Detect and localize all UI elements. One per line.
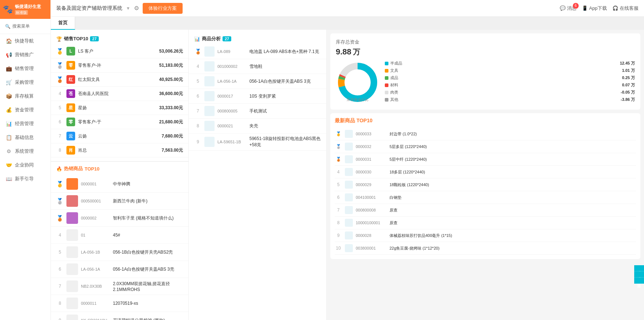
tab-home[interactable]: 首页 <box>51 17 75 30</box>
product-analysis-item: 9 LA-59651-1B 59651-1B旋转投影灯电池盒ABS黑色+58克 <box>189 134 326 151</box>
chart-icon: 📊 <box>5 120 12 127</box>
inventory-unit: 万 <box>353 47 360 57</box>
message-button[interactable]: 💬 消息 6 <box>560 5 576 12</box>
money-icon: 💰 <box>5 107 12 113</box>
donut-chart: 库存资金占比 <box>336 61 379 104</box>
fire-icon: 🔥 <box>56 166 62 172</box>
new-product-item: 10 003800001 22g鱼豆腐-烧烤味 (1*12*20) <box>335 242 636 255</box>
handshake-icon: 🤝 <box>5 162 12 168</box>
new-product-thumb-7 <box>345 206 353 214</box>
hot-product-item: 🥉 0000002 智利车子里 (规格不知道填什么) <box>51 210 188 227</box>
customer-rank-item: 8 肖 肖总 7,563.00元 <box>51 143 188 157</box>
hot-rank-7: 7 <box>56 284 64 289</box>
new-product-thumb-3 <box>345 155 353 163</box>
new-product-num-7: 7 <box>335 208 342 213</box>
search-icon: 🔍 <box>5 24 11 29</box>
legend-dot-3 <box>385 76 388 80</box>
sales-icon: 💼 <box>5 65 12 72</box>
new-product-thumb-2 <box>345 143 353 151</box>
hot-thumb-8 <box>66 298 78 309</box>
chart-icon: 📊 <box>194 36 200 42</box>
message-badge: 6 <box>573 3 579 9</box>
hot-product-item: 9 KK-SD22110H 花语萌恒温分题棉被 (厚款) <box>51 312 188 320</box>
customer-avatar-6: 零 <box>66 118 75 126</box>
rank-num-4: 4 <box>56 91 64 96</box>
product-analysis-item: 🥉 LA-089 电池盖 LA-089 ABS本色+黑种 7.1克 <box>189 44 326 59</box>
sidebar-item-operations[interactable]: 📊 经营管理 <box>0 117 50 131</box>
sidebar-item-basics[interactable]: 📋 基础信息 <box>0 131 50 144</box>
system-name: 装备及固定资产辅助管理系统 <box>56 5 122 12</box>
sidebar-item-system[interactable]: ⚙ 系统管理 <box>0 144 50 158</box>
hot-rank-6: 6 <box>56 267 64 272</box>
new-product-medal-1: 🥇 <box>335 131 342 136</box>
customer-rank-item: 7 云 云扬 7,680.00元 <box>51 129 188 143</box>
hot-rank-1: 🥇 <box>56 181 64 188</box>
sidebar-item-marketing[interactable]: 📢 营销推广 <box>0 48 50 62</box>
sidebar-item-quicknav[interactable]: 🏠 快捷导航 <box>0 34 50 48</box>
new-product-item: 6 004100001 白钢垫 <box>335 191 636 204</box>
legend-item-1: 半成品 12.45 万 <box>385 61 635 66</box>
sidebar-item-guide[interactable]: 📖 新手引导 <box>0 172 50 186</box>
hot-rank-4: 4 <box>56 233 64 238</box>
service-community-button[interactable]: 服务社区 <box>634 271 644 278</box>
sidebar-navigation: 🏠 快捷导航 📢 营销推广 💼 销售管理 🛒 采购管理 📦 库存核算 💰 资金管… <box>0 34 50 320</box>
app-download-button[interactable]: 📱 App下载 <box>582 5 607 12</box>
customer-service-button[interactable]: 客服热线 <box>634 265 644 271</box>
chart-legend: 半成品 12.45 万 文具 1.01 万 成品 0 <box>385 61 635 104</box>
sidebar-item-cooperation[interactable]: 🤝 企业协同 <box>0 158 50 172</box>
sidebar-item-finance[interactable]: 💰 资金管理 <box>0 103 50 117</box>
new-product-item: 🥈 0000032 5层多层 (1220*2440) <box>335 140 636 153</box>
trial-button[interactable]: 体验行业方案 <box>143 3 183 14</box>
customer-avatar-5: 星 <box>66 103 75 112</box>
sidebar-item-sales[interactable]: 💼 销售管理 <box>0 62 50 75</box>
logo-sub: 标准版 <box>15 10 28 15</box>
hot-product-item: 🥇 0000001 中华神腾 <box>51 176 188 193</box>
inventory-title: 库存总资金 <box>336 39 635 45</box>
headset-icon: 🎧 <box>612 5 618 11</box>
header: 装备及固定资产辅助管理系统 ▼ ⚙ 体验行业方案 💬 消息 6 📱 App下载 … <box>51 0 644 17</box>
sidebar-item-inventory[interactable]: 📦 库存核算 <box>0 89 50 103</box>
hot-product-item: 8 0000011 12070519-xs <box>51 295 188 312</box>
legend-item-5: 肉类 -0.05 万 <box>385 90 635 95</box>
dropdown-icon[interactable]: ▼ <box>126 6 130 11</box>
product-analysis-item: 4 001000002 雪地鞋 <box>189 59 326 74</box>
hot-products-title: 🔥 热销商品 TOP10 <box>51 165 188 172</box>
customer-rank-item: 6 零 零售客户-于 21,680.00元 <box>51 115 188 129</box>
new-product-num-9: 9 <box>335 233 342 238</box>
hot-thumb-2 <box>66 195 78 207</box>
rank-num-5: 5 <box>56 105 64 110</box>
settings-icon[interactable]: ⚙ <box>134 5 139 12</box>
new-product-thumb-8 <box>345 219 353 227</box>
product-thumb-5 <box>204 76 215 86</box>
online-service-button[interactable]: 🎧 在线客服 <box>612 5 639 12</box>
sidebar-item-purchase[interactable]: 🛒 采购管理 <box>0 75 50 89</box>
new-product-num-6: 6 <box>335 195 342 200</box>
hot-rank-9: 9 <box>56 318 64 320</box>
live-button[interactable]: 直播 <box>634 278 644 284</box>
book-icon: 📖 <box>5 176 12 182</box>
new-product-medal-2: 🥈 <box>335 144 342 149</box>
new-products-card: 最新商品 TOP10 🥇 0000033 封边带 (1.0*22) 🥈 0000… <box>330 113 640 259</box>
hot-rank-5: 5 <box>56 250 64 255</box>
customer-rank-item: 🥈 零 零售客户-许 51,183.00元 <box>51 58 188 73</box>
new-product-thumb-9 <box>345 231 353 239</box>
legend-dot-4 <box>385 83 388 87</box>
legend-item-2: 文具 1.01 万 <box>385 68 635 73</box>
search-section: 🔍 搜索菜单 <box>0 19 50 34</box>
hot-product-item: 6 LA-056-1A 056-1A白色按键开关盖ABS 3壳 <box>51 261 188 278</box>
inventory-amount: 9.88 <box>336 47 351 57</box>
new-product-thumb-6 <box>345 193 353 201</box>
product-thumb-3 <box>204 46 215 57</box>
new-product-num-10: 10 <box>335 246 342 251</box>
list-icon: 📋 <box>5 134 12 141</box>
product-thumb-4 <box>204 61 215 71</box>
legend-item-6: 其他 -3.86 万 <box>385 97 635 102</box>
hot-product-item: 5 LA-056-1B 056-1B白色按键开关壳ABS2壳 <box>51 244 188 261</box>
megaphone-icon: 📢 <box>5 52 12 58</box>
chart-subtitle: 库存资金占比 <box>336 97 379 102</box>
app-logo: 🐾 畅捷通好生意 标准版 <box>0 0 50 19</box>
logo-icon: 🐾 <box>3 5 13 14</box>
search-menu-button[interactable]: 🔍 搜索菜单 <box>4 22 47 31</box>
new-product-item: 9 0000028 体械荔枝味苏打饮品400毫升 (1*15) <box>335 229 636 242</box>
customer-avatar-1: L <box>66 47 75 56</box>
